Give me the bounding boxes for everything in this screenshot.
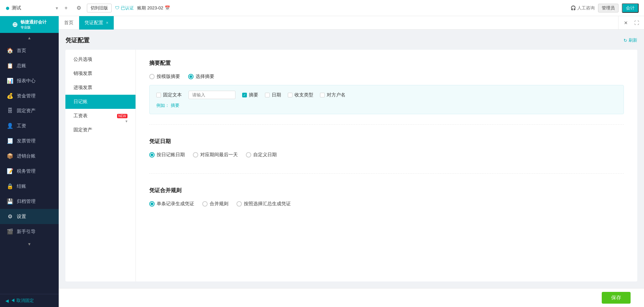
config-nav-journal[interactable]: 日记账 xyxy=(65,95,136,109)
page-content: 凭证配置 ↻ 刷新 公共选项 销项发票 进项发票 日记账 工资表 NEW xyxy=(59,30,644,288)
template-radio-circle xyxy=(149,74,155,79)
sidebar-logo: ⊕ 畅捷通好会计 专业版 xyxy=(0,16,59,33)
admin-button[interactable]: 管理员 xyxy=(598,4,619,12)
fixed-text-input[interactable] xyxy=(189,91,235,99)
role-button[interactable]: 会计 xyxy=(622,3,639,13)
config-main: 摘要配置 按模版摘要 选择摘要 xyxy=(136,50,637,281)
consult-button[interactable]: 🎧 人工咨询 xyxy=(571,5,595,11)
abstract-example: 例如： 摘要 xyxy=(156,102,617,108)
tab-bar-actions: ✕ ⛶ xyxy=(618,16,644,30)
sidebar-item-ledger[interactable]: 📋 总账 xyxy=(0,58,59,73)
pay-type-checkbox[interactable]: 收支类型 xyxy=(288,92,313,98)
fund-icon: 💰 xyxy=(7,93,13,99)
period-display: 账期 2023-02 📅 xyxy=(137,5,170,11)
abstract-template-radio[interactable]: 按模版摘要 xyxy=(149,74,180,80)
single-record-radio[interactable]: 单条记录生成凭证 xyxy=(149,201,194,207)
settings-icon-btn[interactable]: ⚙ xyxy=(74,3,84,13)
sidebar-item-settings[interactable]: ⚙ 设置 xyxy=(0,209,59,224)
sidebar-item-close[interactable]: 🔒 结账 xyxy=(0,179,59,194)
tab-config[interactable]: 凭证配置 × xyxy=(79,16,114,30)
fixed-text-checkbox[interactable]: 固定文本 xyxy=(156,92,182,98)
period-last-radio-circle xyxy=(193,152,198,158)
date-section-title: 凭证日期 xyxy=(149,138,624,145)
sidebar-item-report[interactable]: 📊 报表中心 xyxy=(0,73,59,88)
sidebar-item-archive[interactable]: 💾 归档管理 xyxy=(0,194,59,209)
custom-date-radio-circle xyxy=(246,152,251,158)
sidebar-item-guide[interactable]: 🎬 新手引导 xyxy=(0,224,59,239)
sidebar-item-tax[interactable]: 📝 税务管理 xyxy=(0,164,59,179)
expand-icon[interactable]: ▾ xyxy=(125,119,127,124)
config-nav-purchase-inv[interactable]: 进项发票 xyxy=(65,81,136,95)
invoice-icon: 🧾 xyxy=(7,138,13,144)
switch-version-button[interactable]: 切到旧版 xyxy=(87,4,112,12)
save-bar: 保存 xyxy=(59,288,644,307)
cancel-fixed-btn[interactable]: ◀ ◀ 取消固定 xyxy=(0,294,59,307)
counter-name-checkbox[interactable]: 对方户名 xyxy=(320,92,345,98)
close-tab-button[interactable]: ✕ xyxy=(621,18,631,28)
save-button[interactable]: 保存 xyxy=(602,292,631,304)
sidebar-item-invoice[interactable]: 🧾 发票管理 xyxy=(0,133,59,148)
sidebar-item-purchase[interactable]: 📦 进销台账 xyxy=(0,148,59,164)
abstract-radio-group: 按模版摘要 选择摘要 xyxy=(149,74,624,80)
refresh-button[interactable]: ↻ 刷新 xyxy=(624,37,637,43)
config-nav-public[interactable]: 公共选项 xyxy=(65,52,136,67)
config-nav: 公共选项 销项发票 进项发票 日记账 工资表 NEW ▾ 固定资产 xyxy=(65,50,136,281)
counter-name-checkbox-box xyxy=(320,93,325,97)
abstract-section: 摘要配置 按模版摘要 选择摘要 xyxy=(149,60,624,125)
company-dropdown-icon[interactable]: ▾ xyxy=(56,5,58,11)
tab-home[interactable]: 首页 xyxy=(59,16,79,30)
merge-rule-radio[interactable]: 合并规则 xyxy=(202,201,228,207)
select-merge-radio[interactable]: 按照选择汇总生成凭证 xyxy=(236,201,291,207)
abstract-checkbox[interactable]: ✓ 摘要 xyxy=(242,92,258,98)
shield-icon: 🛡 xyxy=(115,5,119,10)
pay-type-checkbox-box xyxy=(288,93,292,97)
journal-date-radio[interactable]: 按日记账日期 xyxy=(149,152,185,158)
scroll-down-btn[interactable]: ▼ xyxy=(0,239,59,249)
sidebar-item-home[interactable]: 🏠 首页 xyxy=(0,43,59,58)
close-account-icon: 🔒 xyxy=(7,183,13,189)
abstract-select-radio[interactable]: 选择摘要 xyxy=(188,74,214,80)
abstract-checkbox-box: ✓ xyxy=(242,93,247,97)
date-radio-group: 按日记账日期 对应期间最后一天 自定义日期 xyxy=(149,152,624,158)
company-selector[interactable]: ● 测试 xyxy=(5,4,52,12)
asset-icon: 🗄 xyxy=(7,108,13,114)
fullscreen-button[interactable]: ⛶ xyxy=(632,18,641,28)
merge-rule-radio-circle xyxy=(202,201,208,207)
config-nav-sales[interactable]: 销项发票 xyxy=(65,67,136,81)
page-title: 凭证配置 xyxy=(65,36,90,44)
custom-date-radio[interactable]: 自定义日期 xyxy=(246,152,277,158)
merge-section: 凭证合并规则 单条记录生成凭证 合并规则 xyxy=(149,187,624,222)
ledger-icon: 📋 xyxy=(7,62,13,69)
report-icon: 📊 xyxy=(7,78,13,84)
add-button[interactable]: + xyxy=(61,3,71,13)
abstract-options-row: 固定文本 ✓ 摘要 日期 xyxy=(156,91,617,99)
sidebar-item-wage[interactable]: 👤 工资 xyxy=(0,118,59,133)
date-checkbox-box xyxy=(265,93,270,97)
purchase-icon: 📦 xyxy=(7,153,13,159)
config-nav-salary[interactable]: 工资表 NEW ▾ xyxy=(65,109,136,123)
sidebar-item-asset[interactable]: 🗄 固定资产 xyxy=(0,103,59,118)
tab-bar: 首页 凭证配置 × ✕ ⛶ xyxy=(59,16,644,30)
headset-icon: 🎧 xyxy=(571,5,576,10)
guide-icon: 🎬 xyxy=(7,228,13,235)
period-last-radio[interactable]: 对应期间最后一天 xyxy=(193,152,238,158)
scroll-up-btn[interactable]: ▲ xyxy=(0,33,59,43)
sidebar-item-fund[interactable]: 💰 资金管理 xyxy=(0,88,59,103)
date-checkbox[interactable]: 日期 xyxy=(265,92,281,98)
config-nav-fixed-asset[interactable]: 固定资产 xyxy=(65,123,136,137)
calendar-icon[interactable]: 📅 xyxy=(165,5,170,10)
company-name: 测试 xyxy=(12,5,21,11)
wage-icon: 👤 xyxy=(7,123,13,129)
abstract-options-box: 固定文本 ✓ 摘要 日期 xyxy=(149,85,624,114)
sidebar: ⊕ 畅捷通好会计 专业版 ▲ 🏠 首页 📋 总账 📊 报表中心 💰 资 xyxy=(0,16,59,307)
settings-icon: ⚙ xyxy=(7,213,13,220)
merge-radio-group: 单条记录生成凭证 合并规则 按照选择汇总生成凭证 xyxy=(149,201,624,207)
page-header: 凭证配置 ↻ 刷新 xyxy=(65,36,637,44)
new-badge: NEW xyxy=(117,114,127,118)
fixed-text-checkbox-box xyxy=(156,93,161,97)
tab-close-icon[interactable]: × xyxy=(106,20,108,25)
refresh-icon: ↻ xyxy=(624,38,627,43)
date-section: 凭证日期 按日记账日期 对应期间最后一天 xyxy=(149,138,624,174)
archive-icon: 💾 xyxy=(7,198,13,205)
content-area: 首页 凭证配置 × ✕ ⛶ 凭证配置 ↻ 刷新 公共选项 xyxy=(59,16,644,307)
